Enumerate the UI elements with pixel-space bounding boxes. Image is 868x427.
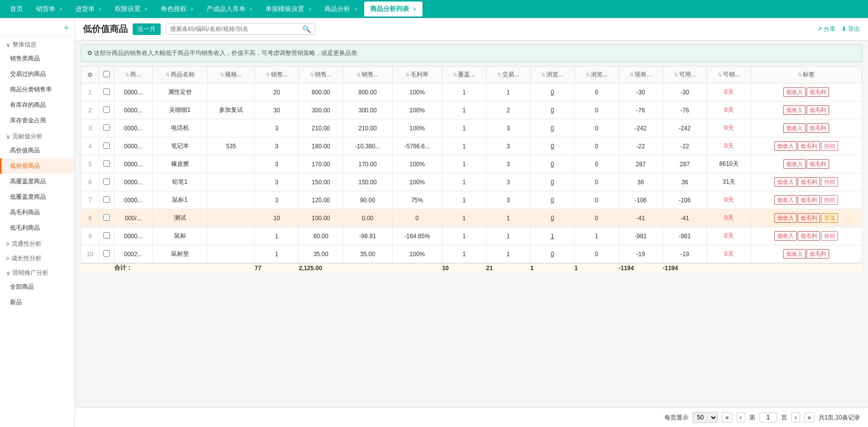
view1-link[interactable]: 0	[551, 107, 554, 114]
nav-template-settings[interactable]: 单据模板设置 ×	[259, 1, 317, 16]
sidebar-item-stock-goods[interactable]: 有库存的商品	[0, 97, 74, 113]
usable-column-header[interactable]: ⇅可用...	[662, 66, 706, 83]
nav-sales-order[interactable]: 销货单 ×	[30, 1, 68, 16]
prev-page-button[interactable]: ‹	[736, 413, 745, 423]
sidebar-item-low-coverage[interactable]: 低覆盖度商品	[0, 189, 74, 205]
row-checkbox[interactable]	[103, 196, 110, 203]
per-page-select[interactable]: 50 100	[692, 412, 718, 423]
tag: 低收入	[783, 249, 806, 259]
row-checkbox[interactable]	[103, 124, 110, 131]
sidebar-item-high-value[interactable]: 高价值商品	[0, 143, 74, 158]
coverage-column-header[interactable]: ⇅覆盖...	[442, 66, 486, 83]
close-icon[interactable]: ×	[413, 6, 416, 12]
search-icon[interactable]: 🔍	[302, 25, 311, 33]
sidebar-group-value[interactable]: ∨ 贡献值分析	[0, 128, 74, 143]
view1-link[interactable]: 0	[551, 179, 554, 186]
view1-column-header[interactable]: ⇅浏览...	[530, 66, 574, 83]
nav-product-analysis-list[interactable]: 商品分析列表 ×	[364, 1, 422, 16]
view1-link[interactable]: 0	[551, 89, 554, 96]
checkbox-column-header[interactable]	[99, 66, 114, 83]
share-button[interactable]: ↗ 分享	[817, 25, 836, 33]
nav-product-storage[interactable]: 产成品入库单 ×	[201, 1, 258, 16]
sale-qty-column-header[interactable]: ⇅销售...	[254, 66, 298, 83]
sidebar-item-new-goods[interactable]: 新品	[0, 295, 74, 310]
sidebar-group-growth[interactable]: > 成长性分析	[0, 250, 74, 265]
code-column-header[interactable]: ⇅商...	[114, 66, 153, 83]
row-checkbox[interactable]	[103, 178, 110, 185]
checkbox-cell[interactable]	[99, 191, 114, 209]
view1-link[interactable]: 0	[551, 215, 554, 222]
row-checkbox[interactable]	[103, 214, 110, 221]
close-icon[interactable]: ×	[249, 6, 252, 12]
checkbox-cell[interactable]	[99, 245, 114, 264]
checkbox-cell[interactable]	[99, 83, 114, 101]
export-button[interactable]: ⬇ 导出	[842, 25, 860, 33]
page-number-input[interactable]	[759, 413, 777, 423]
row-checkbox[interactable]	[103, 232, 110, 239]
checkbox-cell[interactable]	[99, 101, 114, 119]
view1-link[interactable]: 0	[551, 197, 554, 204]
checkbox-cell[interactable]	[99, 155, 114, 173]
close-icon[interactable]: ×	[59, 6, 62, 12]
days-value: 8610天	[719, 160, 739, 167]
table-container[interactable]: ⚙ ⇅商... ⇅商品名称 ⇅规格... ⇅销售... ⇅销售... ⇅销售..…	[75, 66, 868, 408]
sidebar-item-traded-goods[interactable]: 交易过的商品	[0, 66, 74, 82]
table-body: 1 0000... 属性定价 20 800.00 800.00 100% 1 1…	[81, 83, 862, 264]
sidebar-group-circulation[interactable]: > 流通性分析	[0, 236, 74, 250]
select-all-checkbox[interactable]	[103, 71, 110, 77]
current-column-header[interactable]: ⇅现有...	[619, 66, 662, 83]
sidebar-item-high-profit[interactable]: 高毛利商品	[0, 205, 74, 220]
sidebar-item-all-goods[interactable]: 全部商品	[0, 279, 74, 295]
nav-purchase-order[interactable]: 进货单 ×	[69, 1, 108, 16]
checkbox-cell[interactable]	[99, 137, 114, 155]
close-icon[interactable]: ×	[99, 6, 102, 12]
last-page-button[interactable]: »	[804, 413, 815, 423]
current-cell: -30	[619, 83, 662, 101]
view1-link[interactable]: 0	[551, 161, 554, 168]
nav-product-analysis[interactable]: 商品分析 ×	[318, 1, 363, 16]
sidebar-item-sales-goods[interactable]: 销售类商品	[0, 51, 74, 66]
sale-price-column-header[interactable]: ⇅销售...	[299, 66, 343, 83]
checkbox-cell[interactable]	[99, 209, 114, 227]
row-checkbox[interactable]	[103, 106, 110, 113]
time-filter-button[interactable]: 近一月	[133, 23, 161, 35]
view2-column-header[interactable]: ⇅浏览...	[575, 66, 619, 83]
view1-link[interactable]: 0	[551, 143, 554, 150]
checkbox-cell[interactable]	[99, 119, 114, 137]
close-icon[interactable]: ×	[308, 6, 311, 12]
sidebar-group-marketing[interactable]: ∨ 营销推广分析	[0, 265, 74, 279]
nav-role-auth[interactable]: 角色授权 ×	[155, 1, 200, 16]
checkbox-cell[interactable]	[99, 173, 114, 191]
search-input[interactable]	[170, 25, 302, 32]
trade-column-header[interactable]: ⇅交易...	[486, 66, 530, 83]
salable-column-header[interactable]: ⇅可销...	[707, 66, 751, 83]
nav-permission[interactable]: 权限设置 ×	[109, 1, 154, 16]
close-icon[interactable]: ×	[191, 6, 194, 12]
next-page-button[interactable]: ›	[791, 413, 800, 423]
tags-column-header[interactable]: ⇅标签	[751, 66, 862, 83]
sidebar-item-low-value[interactable]: 低价值商品	[0, 158, 74, 174]
row-checkbox[interactable]	[103, 250, 110, 257]
checkbox-cell[interactable]	[99, 227, 114, 245]
nav-home[interactable]: 首页	[4, 1, 29, 16]
sidebar-item-category-sales-rate[interactable]: 商品分类销售率	[0, 82, 74, 97]
settings-column-header[interactable]: ⚙	[81, 66, 99, 83]
sidebar-group-overall[interactable]: ∨ 整体信息	[0, 36, 74, 51]
close-icon[interactable]: ×	[145, 6, 148, 12]
spec-column-header[interactable]: ⇅规格...	[208, 66, 255, 83]
row-checkbox[interactable]	[103, 160, 110, 167]
row-checkbox[interactable]	[103, 142, 110, 149]
close-icon[interactable]: ×	[354, 6, 357, 12]
sidebar-item-high-coverage[interactable]: 高覆盖度商品	[0, 174, 74, 189]
profit-rate-column-header[interactable]: ⇅毛利率	[392, 66, 442, 83]
sidebar-item-stock-fund[interactable]: 库存资金占用	[0, 113, 74, 128]
sidebar-collapse-button[interactable]: «	[62, 21, 70, 33]
name-column-header[interactable]: ⇅商品名称	[153, 66, 208, 83]
view1-link[interactable]: 1	[551, 233, 554, 240]
view1-link[interactable]: 0	[551, 125, 554, 132]
row-checkbox[interactable]	[103, 88, 110, 95]
first-page-button[interactable]: «	[722, 413, 732, 423]
sidebar-item-low-profit[interactable]: 低毛利商品	[0, 220, 74, 236]
view1-link[interactable]: 0	[551, 251, 554, 258]
sale-amount-column-header[interactable]: ⇅销售...	[343, 66, 392, 83]
